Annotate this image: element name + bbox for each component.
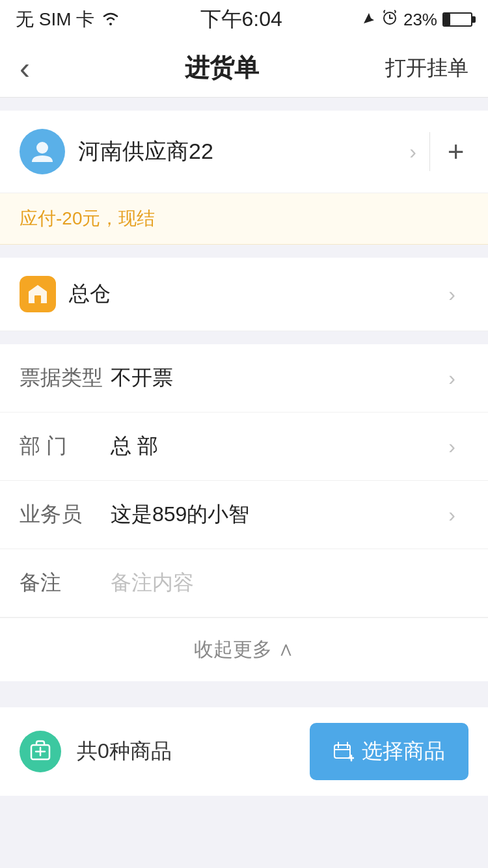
form-section: 票据类型 不开票 › 部 门 总 部 › 业务员 这是859的小智 › 备注 备… — [0, 344, 488, 681]
gap-4 — [0, 681, 488, 694]
alarm-icon — [381, 9, 398, 31]
remark-placeholder: 备注内容 — [111, 569, 468, 597]
salesperson-chevron-icon: › — [448, 503, 455, 527]
location-icon — [362, 10, 376, 30]
wifi-icon — [101, 9, 120, 30]
gap-3 — [0, 331, 488, 344]
salesperson-row[interactable]: 业务员 这是859的小智 › — [0, 481, 488, 549]
salesperson-value: 这是859的小智 — [111, 500, 448, 529]
department-row[interactable]: 部 门 总 部 › — [0, 413, 488, 481]
battery-icon — [442, 12, 472, 27]
product-count: 共0种商品 — [77, 737, 294, 766]
nav-bar: ‹ 进货单 打开挂单 — [0, 39, 488, 98]
supplier-section: 河南供应商22 › + 应付-20元，现结 — [0, 111, 488, 245]
gap-2 — [0, 245, 488, 258]
collapse-button[interactable]: 收起更多 ∧ — [0, 617, 488, 681]
notice-bar: 应付-20元，现结 — [0, 193, 488, 245]
supplier-name: 河南供应商22 — [78, 137, 409, 167]
status-bar: 无 SIM 卡 下午6:04 23% — [0, 0, 488, 39]
department-value: 总 部 — [111, 432, 448, 461]
invoice-type-label: 票据类型 — [20, 364, 111, 392]
product-icon-wrap — [20, 731, 61, 772]
department-label: 部 门 — [20, 432, 111, 461]
remark-row[interactable]: 备注 备注内容 — [0, 549, 488, 617]
supplier-chevron-icon: › — [409, 140, 416, 164]
battery-percent: 23% — [403, 10, 437, 30]
status-left: 无 SIM 卡 — [16, 7, 120, 32]
salesperson-label: 业务员 — [20, 500, 111, 529]
open-pending-button[interactable]: 打开挂单 — [385, 54, 468, 83]
invoice-type-chevron-icon: › — [448, 366, 455, 390]
svg-rect-5 — [34, 295, 41, 303]
remark-label: 备注 — [20, 569, 111, 597]
back-button[interactable]: ‹ — [20, 50, 59, 86]
page-title: 进货单 — [185, 51, 259, 85]
warehouse-icon-wrap — [20, 276, 56, 312]
select-product-icon — [333, 741, 354, 762]
supplier-avatar — [20, 129, 65, 174]
select-product-label: 选择商品 — [362, 737, 445, 766]
department-chevron-icon: › — [448, 435, 455, 459]
select-product-button[interactable]: 选择商品 — [310, 723, 468, 780]
supplier-add-button[interactable]: + — [429, 132, 468, 171]
bottom-bar: 共0种商品 选择商品 — [0, 707, 488, 796]
warehouse-name: 总仓 — [69, 280, 448, 308]
notice-text: 应付-20元，现结 — [20, 208, 155, 228]
collapse-label: 收起更多 ∧ — [194, 636, 293, 663]
warehouse-row[interactable]: 总仓 › — [0, 258, 488, 331]
status-time: 下午6:04 — [200, 5, 282, 34]
svg-point-4 — [36, 142, 48, 154]
invoice-type-value: 不开票 — [111, 364, 448, 392]
background-fill — [0, 796, 488, 868]
invoice-type-row[interactable]: 票据类型 不开票 › — [0, 344, 488, 413]
warehouse-chevron-icon: › — [448, 282, 455, 306]
supplier-row[interactable]: 河南供应商22 › + — [0, 111, 488, 193]
sim-label: 无 SIM 卡 — [16, 7, 94, 32]
status-right: 23% — [362, 9, 472, 31]
svg-point-0 — [109, 23, 112, 25]
gap-1 — [0, 98, 488, 111]
